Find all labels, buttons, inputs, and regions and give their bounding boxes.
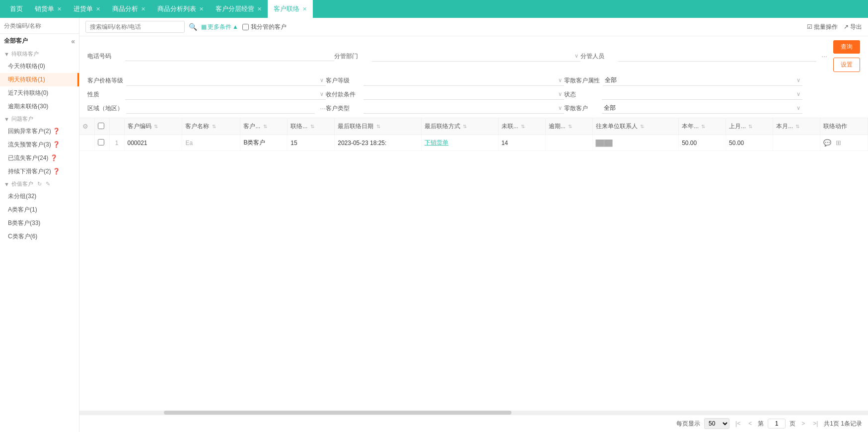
phone-input[interactable]	[125, 52, 334, 61]
filter-icon: ▦	[201, 23, 207, 30]
batch-op-button[interactable]: ☑ 批量操作	[807, 23, 838, 31]
scrollbar-thumb	[164, 411, 511, 415]
th-contact-count: 联络... ⇅	[288, 118, 335, 135]
close-purchase-icon[interactable]: ✕	[96, 6, 100, 12]
th-this-month: 本月... ⇅	[773, 118, 820, 135]
sidebar-search-container: 🔍	[0, 18, 79, 34]
my-customers-checkbox[interactable]	[242, 24, 249, 30]
filter-bar-right: ☑ 批量操作 ↗ 导出	[807, 23, 862, 31]
action-chat-icon[interactable]: 💬	[823, 139, 831, 146]
group-pending-contact[interactable]: ▼ 待联络客户	[0, 48, 79, 60]
refresh-icon[interactable]: ↻	[37, 181, 42, 187]
row-checkbox[interactable]	[98, 139, 104, 145]
sort-date-icon: ⇅	[376, 124, 380, 129]
region-dropdown[interactable]	[126, 103, 315, 114]
setup-button[interactable]: 设置	[833, 58, 860, 72]
action-grid-icon[interactable]: ⊞	[836, 139, 841, 146]
all-customers-header[interactable]: 全部客户 «	[0, 34, 79, 48]
sort-this-month-icon: ⇅	[796, 124, 799, 129]
next-page-button[interactable]: >	[799, 419, 807, 428]
person-dots-icon[interactable]: ···	[821, 52, 827, 60]
sidebar-item-class-c[interactable]: C类客户(6)	[0, 230, 79, 243]
nav-customer-segment[interactable]: 客户分层经营 ✕	[210, 0, 268, 18]
table-area: ⚙ 客户编码 ⇅ 客户名称 ⇅	[79, 118, 868, 411]
close-analysis-list-icon[interactable]: ✕	[199, 6, 204, 12]
edit-icon[interactable]: ✎	[46, 181, 50, 187]
main-layout: 🔍 全部客户 « ▼ 待联络客户 今天待联络(0) 明天待联络(1) 近7天待联…	[0, 18, 868, 432]
horizontal-scrollbar[interactable]	[79, 411, 868, 415]
nav-customer-contact[interactable]: 客户联络 ✕	[268, 0, 313, 18]
scatter-attr-dropdown[interactable]: 全部 ∨	[603, 75, 802, 86]
sidebar-item-unclassified[interactable]: 未分组(32)	[0, 190, 79, 203]
sidebar-item-class-a[interactable]: A类客户(1)	[0, 203, 79, 216]
page-label: 第	[758, 420, 764, 428]
group-problem-customers[interactable]: ▼ 问题客户	[0, 113, 79, 125]
price-level-dropdown[interactable]: ∨	[126, 75, 326, 86]
sort-contact-icon: ⇅	[310, 124, 314, 129]
customer-level-dropdown[interactable]: ∨	[363, 75, 564, 86]
th-last-contact-date: 最后联络日期 ⇅	[335, 118, 422, 135]
sidebar-item-week[interactable]: 近7天待联络(0)	[0, 86, 79, 100]
more-conditions-button[interactable]: ▦ 更多条件 ▲	[201, 23, 238, 31]
chevron-down-icon5: ∨	[320, 91, 324, 97]
advanced-filter: 电话号码 分管部门 ∨ 分管人员 ···	[79, 36, 868, 118]
total-label: 共1页 1条记录	[824, 420, 862, 428]
status-dropdown[interactable]: ∨	[602, 89, 802, 100]
close-customer-segment-icon[interactable]: ✕	[257, 6, 262, 12]
sidebar-item-class-b[interactable]: B类客户(33)	[0, 216, 79, 230]
close-sales-icon[interactable]: ✕	[57, 6, 62, 12]
th-contact-person: 往来单位联系人 ⇅	[592, 118, 679, 135]
region-dots-icon[interactable]: ···	[320, 104, 326, 112]
td-no-contact: 14	[498, 135, 545, 151]
person-dropdown[interactable]	[618, 51, 816, 62]
sidebar-item-lost-warning[interactable]: 流失预警客户(3) ❓	[0, 138, 79, 151]
group-value-customers[interactable]: ▼ 价值客户 ↻ ✎	[0, 178, 79, 190]
last-page-button[interactable]: >|	[811, 419, 820, 428]
search-button[interactable]: 🔍	[189, 23, 197, 31]
th-code: 客户编码 ⇅	[124, 118, 182, 135]
customer-type-dropdown[interactable]: ∨	[363, 103, 564, 114]
th-name: 客户名称 ⇅	[182, 118, 240, 135]
collapse-icon: «	[71, 37, 75, 45]
td-this-month	[773, 135, 820, 151]
nav-purchase[interactable]: 进货单 ✕	[68, 0, 106, 18]
sidebar-search-input[interactable]	[4, 22, 78, 29]
nav-home[interactable]: 首页	[4, 0, 29, 18]
first-page-button[interactable]: |<	[733, 419, 742, 428]
search-input[interactable]	[85, 21, 185, 33]
sidebar-item-overdue[interactable]: 逾期未联络(30)	[0, 100, 79, 113]
table-settings-icon[interactable]: ⚙	[82, 123, 88, 130]
sidebar-item-already-lost[interactable]: 已流失客户(24) ❓	[0, 151, 79, 165]
select-all-checkbox[interactable]	[98, 123, 104, 129]
filter-bar: 🔍 ▦ 更多条件 ▲ 我分管的客户 ☑ 批量操作 ↗ 导出	[79, 18, 868, 36]
sidebar-item-today[interactable]: 今天待联络(0)	[0, 60, 79, 73]
sidebar-item-tomorrow[interactable]: 明天待联络(1)	[0, 73, 79, 86]
prev-page-button[interactable]: <	[746, 419, 754, 428]
per-page-select[interactable]: 50 100 200	[704, 418, 729, 429]
td-this-year: 50.00	[679, 135, 726, 151]
export-button[interactable]: ↗ 导出	[844, 23, 862, 31]
td-name: Ea	[182, 135, 240, 151]
td-num: 1	[109, 135, 124, 151]
sort-no-contact-icon: ⇅	[521, 124, 525, 129]
query-button[interactable]: 查询	[833, 40, 860, 54]
nature-label: 性质	[87, 90, 122, 99]
nature-dropdown[interactable]: ∨	[125, 89, 326, 100]
close-analysis-icon[interactable]: ✕	[141, 6, 145, 12]
close-customer-contact-icon[interactable]: ✕	[302, 6, 307, 12]
my-customers-label[interactable]: 我分管的客户	[242, 23, 287, 31]
payment-dropdown[interactable]: ∨	[363, 89, 564, 100]
nav-analysis-list[interactable]: 商品分析列表 ✕	[151, 0, 210, 18]
group-problem-label: 问题客户	[11, 115, 33, 123]
nav-sales[interactable]: 销货单 ✕	[29, 0, 68, 18]
checkbox-icon: ☑	[807, 23, 812, 30]
page-input[interactable]	[768, 419, 786, 429]
chevron-down-icon8: ∨	[558, 105, 562, 111]
dept-dropdown[interactable]: ∨	[372, 51, 581, 62]
sidebar-item-declining[interactable]: 持续下滑客户(2) ❓	[0, 165, 79, 178]
filter-status: 状态 ∨	[564, 89, 802, 100]
sidebar-item-repurchase[interactable]: 回购异常客户(2) ❓	[0, 125, 79, 138]
scatter-dropdown[interactable]: 全部 ∨	[602, 103, 802, 114]
td-last-contact-method[interactable]: 下销货单	[422, 135, 499, 151]
nav-analysis[interactable]: 商品分析 ✕	[106, 0, 151, 18]
